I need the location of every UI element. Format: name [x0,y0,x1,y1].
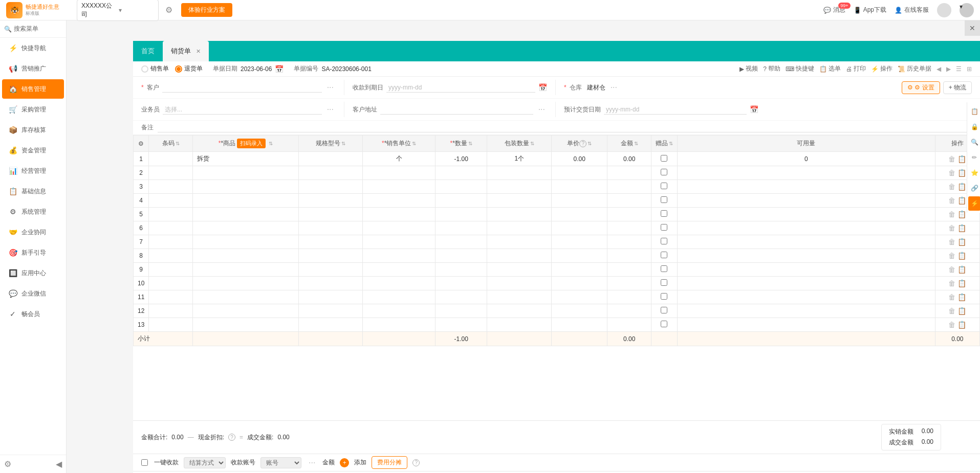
settings-icon[interactable]: ⚙ [162,3,176,17]
rt-clipboard-icon[interactable]: 📋 [968,104,980,119]
row-delete-icon[interactable]: 🗑 [948,307,955,315]
sidebar-item-inventory[interactable]: 📦 库存核算 [2,120,64,140]
rt-lock-icon[interactable]: 🔒 [968,120,980,134]
row-pkg-qty[interactable] [487,290,552,304]
row-product[interactable] [192,194,298,208]
sidebar-item-operation[interactable]: 📊 经营管理 [2,161,64,181]
row-pkg-qty[interactable] [487,249,552,263]
row-unit[interactable] [363,235,435,249]
row-unit[interactable] [363,194,435,208]
row-price[interactable] [552,263,607,277]
sidebar-item-finance[interactable]: 💰 资金管理 [2,141,64,160]
row-gift[interactable] [651,221,677,235]
row-product[interactable] [192,221,298,235]
row-pkg-qty[interactable] [487,318,552,332]
row-qty[interactable] [435,235,487,249]
app-download-button[interactable]: 📱 App下载 [854,6,886,14]
nav-next-icon[interactable]: ▶ [946,65,951,73]
qty-sort[interactable]: ⇅ [468,141,472,146]
row-price[interactable] [552,249,607,263]
unit-sort[interactable]: ⇅ [412,141,416,146]
row-price[interactable] [552,180,607,194]
tab-sales-order[interactable]: 销货单 ✕ [163,41,209,61]
row-barcode[interactable] [149,208,193,221]
row-delete-icon[interactable]: 🗑 [948,224,955,232]
customer-addr-input[interactable] [380,105,533,115]
row-copy-icon[interactable]: 📋 [957,307,966,315]
row-unit[interactable] [363,166,435,180]
add-fee-button[interactable]: + [340,458,349,467]
salesperson-dots[interactable]: ··· [325,105,336,114]
row-qty[interactable] [435,304,487,318]
notes-input[interactable] [158,123,972,132]
payment-calendar-icon[interactable]: 📅 [538,83,547,92]
row-price[interactable] [552,208,607,221]
row-spec[interactable] [298,318,363,332]
row-gift[interactable] [651,277,677,290]
row-qty[interactable] [435,180,487,194]
sidebar-collapse-button[interactable]: ◀ [56,459,62,469]
row-product[interactable] [192,277,298,290]
row-amount[interactable]: 0.00 [607,152,651,166]
gift-sort[interactable]: ⇅ [669,141,673,146]
operation-action[interactable]: ⚡ 操作 [871,64,892,73]
row-spec[interactable] [298,166,363,180]
view-grid-icon[interactable]: ⊞ [967,65,972,73]
one-click-checkbox[interactable] [141,459,148,466]
row-gift[interactable] [651,180,677,194]
row-barcode[interactable] [149,166,193,180]
row-pkg-qty[interactable] [487,277,552,290]
expected-date-input[interactable] [604,105,747,115]
pkg-sort[interactable]: ⇅ [530,141,534,146]
row-spec[interactable] [298,221,363,235]
row-gift[interactable] [651,249,677,263]
row-copy-icon[interactable]: 📋 [957,169,966,177]
logistics-button[interactable]: + 物流 [943,81,972,94]
expected-calendar-icon[interactable]: 📅 [750,105,758,114]
warehouse-dots[interactable]: ··· [608,83,619,92]
row-pkg-qty[interactable] [487,208,552,221]
row-spec[interactable] [298,277,363,290]
row-spec[interactable] [298,235,363,249]
fee-help-icon[interactable]: ? [412,459,420,466]
sidebar-item-marketing[interactable]: 📢 营销推广 [2,59,64,78]
view-list-icon[interactable]: ☰ [956,65,962,73]
close-page-button[interactable]: ✕ [965,20,980,36]
row-pkg-qty[interactable] [487,304,552,318]
fee-split-button[interactable]: 费用分摊 [372,456,407,469]
messages-button[interactable]: 💬 消息 99+ [823,6,845,14]
row-barcode[interactable] [149,235,193,249]
row-pkg-qty[interactable] [487,166,552,180]
row-barcode[interactable] [149,263,193,277]
row-gift[interactable] [651,166,677,180]
row-barcode[interactable] [149,304,193,318]
row-price[interactable] [552,235,607,249]
row-copy-icon[interactable]: 📋 [957,252,966,260]
col-settings[interactable]: ⚙ [134,136,149,152]
row-unit[interactable]: 个 [363,152,435,166]
row-spec[interactable] [298,304,363,318]
sidebar-item-basic[interactable]: 📋 基础信息 [2,182,64,201]
row-product[interactable] [192,249,298,263]
sidebar-item-system[interactable]: ⚙ 系统管理 [2,202,64,221]
row-spec[interactable] [298,194,363,208]
row-amount[interactable] [607,290,651,304]
row-copy-icon[interactable]: 📋 [957,224,966,232]
row-price[interactable] [552,277,607,290]
row-gift[interactable] [651,208,677,221]
row-barcode[interactable] [149,277,193,290]
price-sort[interactable]: ⇅ [587,141,592,146]
barcode-sort[interactable]: ⇅ [176,141,180,146]
scan-button[interactable]: 扫码录入 [237,139,266,148]
row-product[interactable] [192,290,298,304]
row-product[interactable] [192,166,298,180]
row-delete-icon[interactable]: 🗑 [948,265,955,274]
row-barcode[interactable] [149,194,193,208]
row-amount[interactable] [607,235,651,249]
row-price[interactable]: 0.00 [552,152,607,166]
row-amount[interactable] [607,221,651,235]
row-copy-icon[interactable]: 📋 [957,196,966,205]
row-spec[interactable] [298,152,363,166]
sidebar-item-quick-nav[interactable]: ⚡ 快捷导航 [2,38,64,58]
row-gift[interactable] [651,318,677,332]
